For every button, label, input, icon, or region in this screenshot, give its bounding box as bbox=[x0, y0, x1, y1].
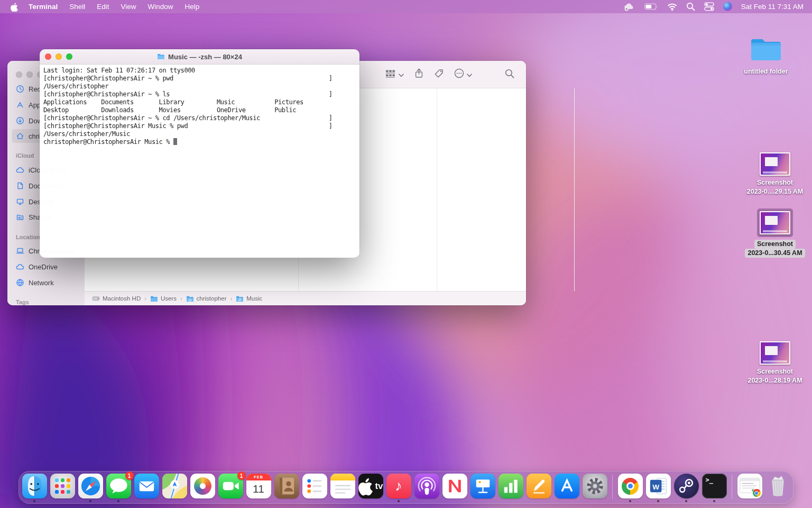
dock-item-appstore[interactable] bbox=[554, 474, 579, 498]
dock-item-mail[interactable] bbox=[134, 474, 159, 498]
path-item-christopher[interactable]: christopher bbox=[186, 295, 227, 302]
toolbar-more-circle-button[interactable] bbox=[454, 68, 472, 80]
dock-item-appletv[interactable]: tv bbox=[358, 474, 383, 498]
desktop-icon-screenshot-1[interactable]: Screenshot2023-0....29.15 AM bbox=[760, 152, 790, 196]
desktop-icon-screenshot-2[interactable]: Screenshot2023-0...30.45 AM bbox=[757, 208, 793, 258]
podcasts-icon bbox=[414, 474, 439, 498]
terminal-output-area[interactable]: Last login: Sat Feb 11 07:26:17 on ttys0… bbox=[40, 65, 359, 258]
label-line-2: 2023-0...30.45 AM bbox=[745, 249, 805, 258]
menu-help[interactable]: Help bbox=[179, 3, 206, 11]
dock: 11FEB11tv♪W>_ bbox=[19, 471, 793, 504]
running-indicator-dot bbox=[657, 500, 659, 502]
chevron-down-icon bbox=[399, 70, 404, 79]
menu-bar-status: Sat Feb 11 7:31 AM bbox=[623, 2, 812, 12]
running-indicator-dot bbox=[33, 500, 35, 502]
trash-icon bbox=[765, 474, 790, 498]
terminal-title-bar[interactable]: Music — -zsh — 80×24 bbox=[40, 49, 359, 65]
menu-terminal[interactable]: Terminal bbox=[23, 3, 63, 11]
music-icon: ♪ bbox=[386, 474, 411, 498]
dock-item-reminders[interactable] bbox=[302, 474, 327, 498]
dock-item-podcasts[interactable] bbox=[414, 474, 439, 498]
dock-item-pages[interactable] bbox=[526, 474, 551, 498]
dock-item-finder[interactable] bbox=[22, 474, 47, 502]
path-item-label: Music bbox=[246, 295, 262, 302]
toolbar-tag-button[interactable] bbox=[434, 69, 444, 80]
menu-edit[interactable]: Edit bbox=[91, 3, 115, 11]
terminal-zoom-button[interactable] bbox=[66, 53, 72, 60]
menu-bar-clock[interactable]: Sat Feb 11 7:31 AM bbox=[741, 3, 804, 11]
dock-item-trash[interactable] bbox=[765, 474, 790, 498]
dock-item-facetime[interactable]: 1 bbox=[218, 474, 243, 498]
terminal-close-button[interactable] bbox=[45, 53, 51, 60]
group-view-icon bbox=[385, 69, 396, 80]
finder-close-button[interactable] bbox=[16, 71, 22, 78]
dock-item-safari[interactable] bbox=[78, 474, 103, 502]
news-icon bbox=[442, 474, 467, 498]
battery-icon[interactable] bbox=[644, 2, 658, 11]
terminal-minimize-button[interactable] bbox=[56, 53, 62, 60]
terminal-title: Music — -zsh — 80×24 bbox=[40, 53, 359, 61]
dock-divider bbox=[612, 475, 613, 499]
spotlight-search-icon[interactable] bbox=[686, 2, 695, 11]
wifi-icon[interactable] bbox=[667, 3, 677, 11]
siri-icon[interactable] bbox=[723, 2, 732, 11]
dock-item-notes[interactable] bbox=[330, 474, 355, 498]
control-center-icon[interactable] bbox=[704, 2, 714, 11]
appletv-icon: tv bbox=[358, 474, 383, 498]
dock-item-music[interactable]: ♪ bbox=[386, 474, 411, 502]
dock-item-chrome[interactable] bbox=[617, 474, 643, 502]
toolbar-group-view-button[interactable] bbox=[385, 69, 404, 80]
selection-highlight bbox=[757, 208, 793, 237]
home-icon bbox=[16, 132, 24, 140]
dock-item-systemprefs[interactable] bbox=[582, 474, 607, 498]
desktop-icon-screenshot-3[interactable]: Screenshot2023-0...28.19 AM bbox=[760, 341, 790, 385]
dock-item-steam[interactable] bbox=[673, 474, 699, 502]
shared-folder-icon bbox=[16, 213, 24, 221]
finder-minimize-button[interactable] bbox=[26, 71, 33, 78]
finder-icon bbox=[22, 474, 47, 498]
toolbar-search-button[interactable] bbox=[505, 69, 514, 80]
dock-item-calendar[interactable]: FEB11 bbox=[246, 474, 271, 498]
running-indicator-dot bbox=[685, 500, 687, 502]
apple-menu-icon[interactable] bbox=[11, 2, 19, 11]
pages-icon bbox=[527, 474, 551, 498]
sidebar-item-network[interactable]: Network bbox=[12, 276, 80, 289]
menu-view[interactable]: View bbox=[115, 3, 142, 11]
desktop-icon-label: Screenshot2023-0...28.19 AM bbox=[748, 367, 802, 385]
menu-window[interactable]: Window bbox=[142, 3, 179, 11]
path-item-music[interactable]: Music bbox=[236, 295, 262, 302]
dock-item-contacts[interactable] bbox=[274, 474, 299, 498]
dock-item-messages[interactable]: 1 bbox=[106, 474, 131, 502]
menu-shell[interactable]: Shell bbox=[63, 3, 91, 11]
running-indicator-dot bbox=[713, 500, 715, 502]
dock-item-numbers[interactable] bbox=[498, 474, 523, 498]
dock-item-maps[interactable] bbox=[162, 474, 187, 498]
music-folder-icon bbox=[236, 295, 244, 302]
menu-bar: TerminalShellEditViewWindowHelp Sat Feb … bbox=[0, 0, 812, 13]
sidebar-section-header: Tags bbox=[16, 299, 29, 305]
dock-item-word[interactable]: W bbox=[645, 474, 671, 502]
app-menus: TerminalShellEditViewWindowHelp bbox=[23, 3, 205, 11]
dock-item-minimized-window[interactable] bbox=[737, 474, 762, 498]
dock-item-terminal[interactable]: >_ bbox=[702, 474, 727, 502]
dock-item-news[interactable] bbox=[442, 474, 467, 498]
icloud-icon bbox=[16, 166, 24, 174]
dock-item-keynote[interactable] bbox=[470, 474, 495, 498]
dock-item-launchpad[interactable] bbox=[50, 474, 75, 498]
dock-item-photos[interactable] bbox=[190, 474, 215, 498]
share-icon bbox=[414, 68, 423, 80]
label-line-1: Screenshot bbox=[748, 367, 802, 376]
toolbar-share-button[interactable] bbox=[414, 68, 423, 80]
path-item-users[interactable]: Users bbox=[150, 295, 177, 302]
sidebar-item-onedrive[interactable]: OneDrive bbox=[12, 260, 80, 274]
safari-icon bbox=[78, 474, 103, 498]
label-line-1: Screenshot bbox=[745, 240, 805, 249]
notification-badge: 1 bbox=[237, 471, 246, 480]
desktop-icon-untitled-folder-0[interactable]: untitled folder bbox=[749, 35, 783, 76]
onedrive-cloud-icon[interactable] bbox=[623, 2, 635, 12]
label-line-1: Screenshot bbox=[747, 178, 804, 187]
minimized-window-icon bbox=[737, 474, 762, 498]
label-line-2: 2023-0...28.19 AM bbox=[748, 376, 802, 385]
path-separator: › bbox=[230, 295, 232, 302]
path-item-macintosh-hd[interactable]: Macintosh HD bbox=[92, 295, 141, 302]
